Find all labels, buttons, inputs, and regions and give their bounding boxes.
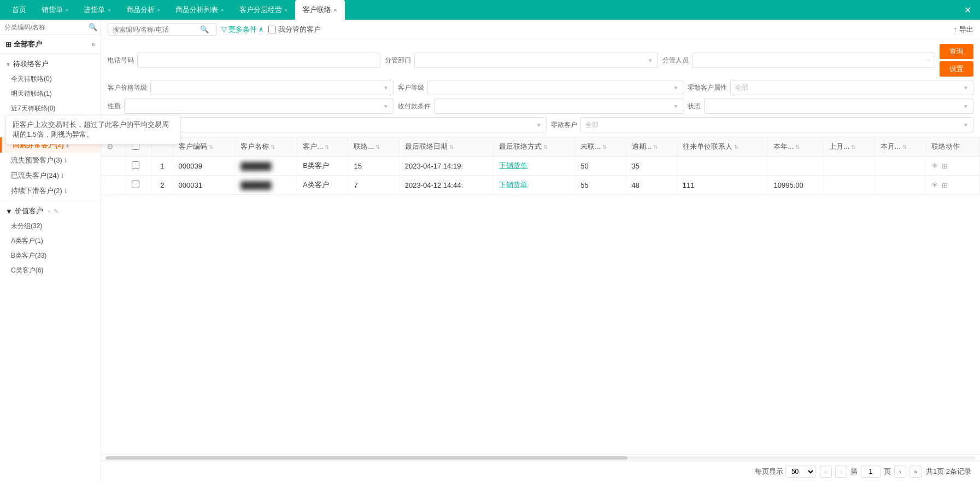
sort-this-year[interactable]: ⇅ [795, 144, 800, 150]
close-goods-analysis-tab[interactable]: × [157, 0, 160, 20]
row2-customer-type: A类客户 [297, 176, 348, 195]
row1-checkbox [126, 156, 151, 176]
data-table-area: ⚙ 客户编码 ⇅ 客户名称 ⇅ [101, 137, 980, 454]
today-contact-item[interactable]: 今天待联络(0) [0, 72, 101, 86]
sort-customer-name[interactable]: ⇅ [271, 144, 275, 150]
all-customers-header[interactable]: ⊞ 全部客户 » [0, 35, 101, 54]
more-conditions-btn[interactable]: ▽ 更多条件 ∧ [221, 25, 264, 34]
close-sales-tab[interactable]: × [65, 0, 68, 20]
close-customer-layer-tab[interactable]: × [284, 0, 287, 20]
row2-select-checkbox[interactable] [132, 181, 139, 188]
nav-tab-sales[interactable]: 销货单 × [34, 0, 76, 20]
sort-last-contact-method[interactable]: ⇅ [543, 144, 548, 150]
row2-this-year: 10995.00 [768, 176, 824, 195]
retail-attr-select[interactable]: 全部 ▼ [730, 80, 973, 95]
lost-customers-item[interactable]: 已流失客户(24) ℹ [0, 168, 101, 183]
per-page-select[interactable]: 50 100 200 [785, 466, 815, 478]
loss-warning-info-icon[interactable]: ℹ [64, 157, 67, 164]
export-button[interactable]: ↑ 导出 [954, 25, 974, 34]
sort-customer-type[interactable]: ⇅ [325, 144, 329, 150]
customer-level-select[interactable]: ▼ [427, 80, 684, 95]
sort-contact[interactable]: ⇅ [375, 144, 380, 150]
sidebar-search-icon[interactable]: 🔍 [89, 23, 97, 31]
sort-unit-contact[interactable]: ⇅ [734, 144, 738, 150]
row1-contact-method-link[interactable]: 下销货单 [499, 161, 527, 170]
filter-row-2: 客户价格等级 ▼ 客户等级 ▼ 零散客户属性 全部 [108, 80, 973, 95]
a-class-item[interactable]: A类客户(1) [0, 234, 101, 248]
department-select[interactable]: ▼ [414, 53, 658, 68]
person-select[interactable]: ··· [692, 53, 935, 68]
row2-last-contact-method: 下销货单 [494, 176, 575, 195]
close-customer-contact-tab[interactable]: × [333, 0, 337, 20]
filter-row-3: 性质 ▼ 收付款条件 ▼ 状态 [108, 98, 973, 114]
scrollbar-track[interactable] [105, 456, 976, 460]
row1-select-checkbox[interactable] [132, 161, 139, 169]
price-level-select[interactable]: ▼ [150, 80, 394, 95]
filter-search-input[interactable] [113, 26, 200, 33]
filter-row-1: 电话号码 分管部门 ▼ 分管人员 ··· [108, 44, 973, 77]
prev-page-btn[interactable]: ‹ [835, 466, 847, 478]
sidebar-divider [0, 201, 101, 201]
b-class-item[interactable]: B类客户(33) [0, 248, 101, 263]
last-page-btn[interactable]: » [909, 466, 922, 478]
gender-select[interactable]: ▼ [124, 98, 394, 114]
nav-tab-customer-layer[interactable]: 客户分层经营 × [232, 0, 295, 20]
my-customers-checkbox-area: 我分管的客户 [268, 25, 321, 34]
th-customer-code: 客户编码 ⇅ [173, 137, 235, 156]
sort-uncontacted[interactable]: ⇅ [602, 144, 607, 150]
waiting-contact-header[interactable]: ▼ 待联络客户 [0, 56, 101, 72]
sort-last-month[interactable]: ⇅ [851, 144, 855, 150]
retail-customer-select[interactable]: 全部 ▼ [580, 117, 973, 132]
filter-row-4: ··· 客户类型 ▼ 零散客户 全部 ▼ [108, 117, 973, 132]
scrollbar-thumb[interactable] [105, 456, 627, 460]
phone-input[interactable] [137, 53, 380, 68]
next-page-btn[interactable]: › [894, 466, 906, 478]
close-purchase-tab[interactable]: × [107, 0, 110, 20]
query-button[interactable]: 查询 [940, 44, 973, 59]
row2-contact: 7 [348, 176, 399, 195]
row2-link-icon[interactable]: ⊞ [942, 181, 948, 189]
group-circle-icon[interactable]: ○ [48, 208, 51, 214]
settings-button[interactable]: 设置 [940, 61, 973, 77]
nav-tab-goods-analysis[interactable]: 商品分析 × [119, 0, 168, 20]
table-row: 1 000039 ██████ B类客户 15 2023-04-17 14:19… [101, 156, 980, 176]
nav-tab-home[interactable]: 首页 [4, 0, 34, 20]
c-class-item[interactable]: C类客户(6) [0, 263, 101, 278]
sort-customer-code[interactable]: ⇅ [209, 144, 213, 150]
loss-warning-item[interactable]: 流失预警客户(3) ℹ [0, 153, 101, 168]
lost-info-icon[interactable]: ℹ [61, 172, 63, 179]
sidebar-search-input[interactable] [4, 24, 86, 31]
group-edit-icon[interactable]: ✎ [54, 208, 58, 215]
top-nav: 首页 销货单 × 进货单 × 商品分析 × 商品分析列表 × 客户分层经营 × … [0, 0, 980, 20]
ungrouped-item[interactable]: 未分组(32) [0, 219, 101, 234]
page-number-input[interactable] [861, 466, 881, 478]
payment-select[interactable]: ▼ [434, 98, 684, 114]
horizontal-scrollbar[interactable] [101, 454, 980, 461]
row2-contact-method-link[interactable]: 下销货单 [499, 181, 527, 189]
value-customer-group-header[interactable]: ▼ 价值客户 ○ ✎ [0, 204, 101, 219]
sidebar-collapse-btn[interactable]: » [91, 40, 95, 48]
close-window-button[interactable]: ✕ [960, 5, 976, 15]
my-customers-checkbox[interactable] [268, 26, 276, 33]
per-page-control: 每页显示 50 100 200 [755, 466, 815, 478]
row2-view-icon[interactable]: 👁 [931, 181, 938, 189]
nav-tab-goods-list[interactable]: 商品分析列表 × [168, 0, 231, 20]
sort-overdue[interactable]: ⇅ [653, 144, 658, 150]
filter-search-icon[interactable]: 🔍 [200, 25, 209, 33]
row2-last-contact-date: 2023-04-12 14:44: [399, 176, 493, 195]
customer-type-select[interactable]: ▼ [153, 117, 546, 132]
close-goods-list-tab[interactable]: × [220, 0, 224, 20]
declining-customers-item[interactable]: 持续下滑客户(2) ℹ [0, 183, 101, 199]
tomorrow-contact-item[interactable]: 明天待联络(1) [0, 86, 101, 101]
sort-last-contact-date[interactable]: ⇅ [449, 144, 454, 150]
declining-info-icon[interactable]: ℹ [64, 188, 67, 195]
nav-tab-customer-contact[interactable]: 客户联络 × [295, 0, 344, 20]
row1-link-icon[interactable]: ⊞ [942, 162, 948, 170]
status-select[interactable]: ▼ [704, 98, 973, 114]
week-contact-item[interactable]: 近7天待联络(0) [0, 101, 101, 116]
row1-view-icon[interactable]: 👁 [931, 162, 938, 170]
row2-uncontacted: 55 [575, 176, 626, 195]
sort-this-month[interactable]: ⇅ [902, 144, 907, 150]
first-page-btn[interactable]: « [820, 466, 832, 478]
nav-tab-purchase[interactable]: 进货单 × [76, 0, 118, 20]
